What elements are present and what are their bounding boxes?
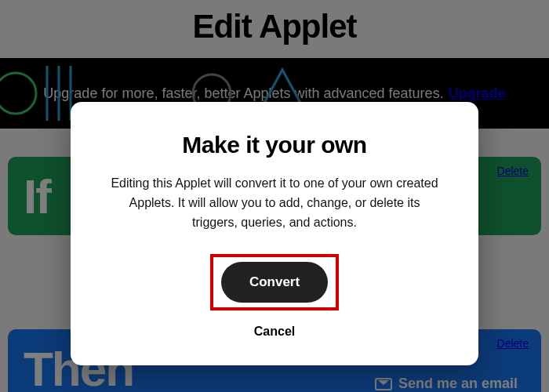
edit-applet-page: Edit Applet Upgrade for more, faster, be… [0, 0, 549, 392]
modal-title: Make it your own [108, 132, 441, 158]
convert-highlight: Convert [210, 254, 339, 310]
convert-button[interactable]: Convert [221, 262, 328, 303]
convert-modal: Make it your own Editing this Applet wil… [71, 102, 478, 365]
modal-body: Editing this Applet will convert it to o… [108, 174, 441, 232]
cancel-button[interactable]: Cancel [254, 325, 295, 339]
